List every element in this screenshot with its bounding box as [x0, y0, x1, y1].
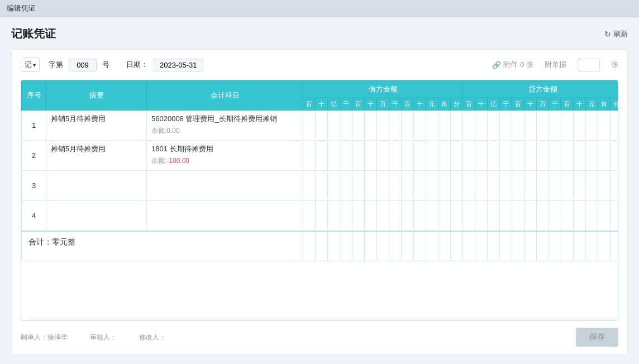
- debit-digit-cell[interactable]: [352, 111, 365, 141]
- credit-digit-cell[interactable]: [586, 111, 598, 141]
- debit-digit-cell[interactable]: [389, 171, 402, 201]
- date-input[interactable]: 2023-05-31: [154, 59, 203, 71]
- debit-digit-cell[interactable]: [426, 171, 438, 201]
- debit-digit-cell[interactable]: [365, 201, 377, 231]
- summary-cell[interactable]: [46, 171, 147, 201]
- debit-digit-cell[interactable]: [365, 141, 377, 171]
- table-row[interactable]: 2摊销5月待摊费用1801 长期待摊费用余额:-100.00: [22, 141, 619, 171]
- table-row[interactable]: 1摊销5月待摊费用56020008 管理费用_长期待摊费用摊销余额:0.00: [22, 111, 619, 141]
- debit-digit-cell[interactable]: [352, 171, 365, 201]
- zhang-input[interactable]: [578, 59, 600, 71]
- credit-digit-cell[interactable]: [574, 111, 586, 141]
- credit-digit-cell[interactable]: [463, 141, 475, 171]
- credit-digit-cell[interactable]: [537, 171, 549, 201]
- debit-digit-cell[interactable]: [328, 201, 340, 231]
- credit-digit-cell[interactable]: [598, 171, 611, 201]
- debit-digit-cell[interactable]: [438, 201, 451, 231]
- credit-digit-cell[interactable]: [561, 111, 574, 141]
- debit-digit-cell[interactable]: [365, 111, 377, 141]
- debit-digit-cell[interactable]: [303, 141, 316, 171]
- debit-digit-cell[interactable]: [316, 171, 328, 201]
- debit-digit-cell[interactable]: [328, 141, 340, 171]
- account-cell[interactable]: 1801 长期待摊费用余额:-100.00: [147, 141, 303, 171]
- credit-digit-cell[interactable]: [586, 141, 598, 171]
- credit-digit-cell[interactable]: [537, 201, 549, 231]
- debit-digit-cell[interactable]: [426, 141, 438, 171]
- credit-digit-cell[interactable]: [524, 111, 537, 141]
- credit-digit-cell[interactable]: [524, 141, 537, 171]
- debit-digit-cell[interactable]: [352, 201, 365, 231]
- debit-digit-cell[interactable]: [303, 111, 316, 141]
- debit-digit-cell[interactable]: [414, 171, 426, 201]
- credit-digit-cell[interactable]: [500, 171, 512, 201]
- credit-digit-cell[interactable]: [475, 141, 488, 171]
- debit-digit-cell[interactable]: [377, 171, 389, 201]
- debit-digit-cell[interactable]: [389, 201, 402, 231]
- credit-digit-cell[interactable]: [549, 171, 561, 201]
- debit-digit-cell[interactable]: [328, 111, 340, 141]
- debit-digit-cell[interactable]: [303, 171, 316, 201]
- credit-digit-cell[interactable]: [488, 201, 500, 231]
- credit-digit-cell[interactable]: [524, 171, 537, 201]
- credit-digit-cell[interactable]: [611, 171, 618, 201]
- debit-digit-cell[interactable]: [389, 141, 402, 171]
- credit-digit-cell[interactable]: [561, 171, 574, 201]
- debit-digit-cell[interactable]: [451, 141, 463, 171]
- credit-digit-cell[interactable]: [598, 141, 611, 171]
- summary-cell[interactable]: [46, 201, 147, 231]
- credit-digit-cell[interactable]: [574, 171, 586, 201]
- credit-digit-cell[interactable]: [611, 201, 618, 231]
- credit-digit-cell[interactable]: [537, 141, 549, 171]
- refresh-button[interactable]: ↻ 刷新: [604, 29, 628, 39]
- account-cell[interactable]: 56020008 管理费用_长期待摊费用摊销余额:0.00: [147, 111, 303, 141]
- credit-digit-cell[interactable]: [488, 111, 500, 141]
- debit-digit-cell[interactable]: [377, 111, 389, 141]
- credit-digit-cell[interactable]: [611, 141, 618, 171]
- save-button[interactable]: 保存: [576, 328, 618, 347]
- credit-digit-cell[interactable]: [549, 141, 561, 171]
- credit-digit-cell[interactable]: [561, 141, 574, 171]
- credit-digit-cell[interactable]: [512, 171, 524, 201]
- credit-digit-cell[interactable]: [512, 201, 524, 231]
- debit-digit-cell[interactable]: [402, 201, 414, 231]
- debit-digit-cell[interactable]: [328, 171, 340, 201]
- credit-digit-cell[interactable]: [463, 201, 475, 231]
- debit-digit-cell[interactable]: [303, 201, 316, 231]
- credit-digit-cell[interactable]: [488, 171, 500, 201]
- credit-digit-cell[interactable]: [549, 111, 561, 141]
- debit-digit-cell[interactable]: [426, 111, 438, 141]
- account-cell[interactable]: [147, 201, 303, 231]
- debit-digit-cell[interactable]: [438, 141, 451, 171]
- table-row[interactable]: 4: [22, 201, 619, 231]
- credit-digit-cell[interactable]: [549, 201, 561, 231]
- debit-digit-cell[interactable]: [402, 171, 414, 201]
- credit-digit-cell[interactable]: [598, 201, 611, 231]
- debit-digit-cell[interactable]: [316, 111, 328, 141]
- credit-digit-cell[interactable]: [512, 141, 524, 171]
- debit-digit-cell[interactable]: [438, 171, 451, 201]
- debit-digit-cell[interactable]: [389, 111, 402, 141]
- credit-digit-cell[interactable]: [500, 201, 512, 231]
- debit-digit-cell[interactable]: [316, 141, 328, 171]
- debit-digit-cell[interactable]: [316, 201, 328, 231]
- debit-digit-cell[interactable]: [414, 141, 426, 171]
- debit-digit-cell[interactable]: [352, 141, 365, 171]
- credit-digit-cell[interactable]: [463, 171, 475, 201]
- credit-digit-cell[interactable]: [475, 201, 488, 231]
- credit-digit-cell[interactable]: [500, 111, 512, 141]
- credit-digit-cell[interactable]: [524, 201, 537, 231]
- debit-digit-cell[interactable]: [438, 111, 451, 141]
- debit-digit-cell[interactable]: [451, 111, 463, 141]
- debit-digit-cell[interactable]: [365, 171, 377, 201]
- credit-digit-cell[interactable]: [475, 171, 488, 201]
- debit-digit-cell[interactable]: [340, 111, 352, 141]
- debit-digit-cell[interactable]: [340, 141, 352, 171]
- credit-digit-cell[interactable]: [598, 111, 611, 141]
- credit-digit-cell[interactable]: [475, 111, 488, 141]
- debit-digit-cell[interactable]: [402, 111, 414, 141]
- debit-digit-cell[interactable]: [340, 171, 352, 201]
- credit-digit-cell[interactable]: [512, 111, 524, 141]
- credit-digit-cell[interactable]: [463, 111, 475, 141]
- credit-digit-cell[interactable]: [611, 111, 618, 141]
- zi-no-input[interactable]: 009: [69, 59, 97, 71]
